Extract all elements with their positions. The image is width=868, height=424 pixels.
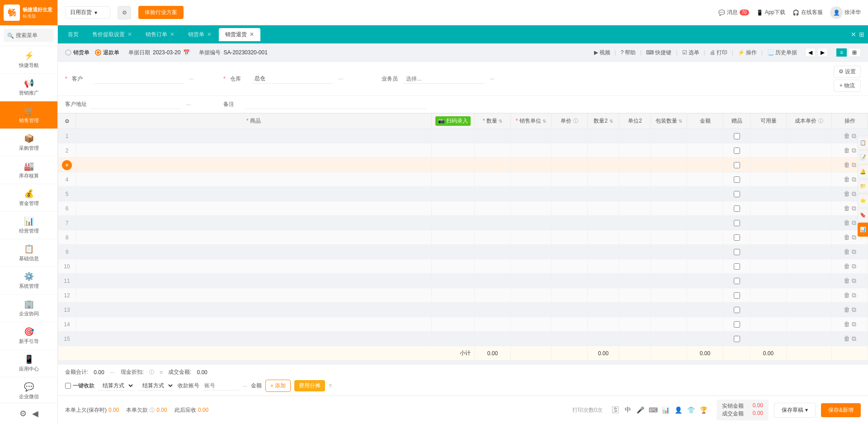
settings-button[interactable]: ⚙ 设置 bbox=[834, 66, 861, 78]
row-pkg[interactable] bbox=[651, 129, 687, 143]
copy-icon[interactable]: ⧉ bbox=[852, 306, 856, 314]
grid-view-btn[interactable]: ⊞ bbox=[848, 48, 861, 57]
row-cost[interactable] bbox=[787, 143, 832, 158]
toolbar-shortcut[interactable]: ⌨ 快捷键 bbox=[646, 49, 671, 57]
tab-order-close[interactable]: ✕ bbox=[170, 31, 175, 38]
row-available[interactable] bbox=[750, 129, 787, 143]
rfb-clipboard[interactable]: 📋 bbox=[858, 136, 868, 150]
row-qty[interactable] bbox=[475, 143, 511, 158]
sidebar-item-newbie[interactable]: 🎯 新手引导 bbox=[0, 322, 57, 350]
delete-icon[interactable]: 🗑 bbox=[844, 147, 850, 154]
row-pkg[interactable] bbox=[651, 158, 687, 172]
toolbar-action[interactable]: ⚡ 操作 bbox=[738, 49, 757, 57]
user-info[interactable]: 👤 徐泽华 bbox=[830, 6, 861, 19]
sidebar-item-operation[interactable]: 📊 经营管理 bbox=[0, 212, 57, 239]
breadcrumb-select[interactable]: 日用百货 ▾ bbox=[65, 6, 110, 19]
rfb-bookmark[interactable]: 🔖 bbox=[858, 208, 868, 222]
delete-icon[interactable]: 🗑 bbox=[844, 161, 850, 169]
icon-btn-7[interactable]: 👕 bbox=[686, 405, 697, 415]
gift-checkbox[interactable] bbox=[734, 148, 740, 154]
row-available[interactable] bbox=[750, 158, 787, 172]
header-settings-btn[interactable]: ⚙ bbox=[118, 6, 131, 19]
delete-icon[interactable]: 🗑 bbox=[844, 176, 850, 183]
add-row-button[interactable]: + bbox=[62, 160, 72, 170]
tab-return-close[interactable]: ✕ bbox=[250, 31, 254, 38]
next-btn[interactable]: ▶ bbox=[817, 48, 828, 57]
sidebar-item-marketing[interactable]: 📢 营销推广 bbox=[0, 74, 57, 101]
delete-icon[interactable]: 🗑 bbox=[844, 320, 850, 328]
copy-icon[interactable]: ⧉ bbox=[852, 205, 856, 212]
online-service-item[interactable]: 🎧 在线客服 bbox=[793, 9, 823, 16]
tab-sales-delivery[interactable]: 销货单 ✕ bbox=[182, 28, 218, 41]
copy-icon[interactable]: ⧉ bbox=[852, 262, 856, 270]
copy-icon[interactable]: ⧉ bbox=[852, 147, 856, 154]
delete-icon[interactable]: 🗑 bbox=[844, 291, 850, 299]
tab-price-close[interactable]: ✕ bbox=[127, 31, 132, 38]
warehouse-input[interactable] bbox=[252, 74, 333, 84]
account-input[interactable] bbox=[203, 381, 239, 391]
gift-checkbox[interactable] bbox=[734, 133, 740, 139]
icon-btn-4[interactable]: ⌨ bbox=[648, 405, 659, 415]
gift-checkbox[interactable] bbox=[734, 162, 740, 168]
delete-icon[interactable]: 🗑 bbox=[844, 190, 850, 198]
customer-input[interactable] bbox=[94, 74, 184, 84]
tab-sales-order[interactable]: 销售订单 ✕ bbox=[139, 28, 181, 41]
product-text-input[interactable] bbox=[80, 161, 428, 169]
scan-button[interactable]: 📷 扫码录入 bbox=[435, 116, 471, 126]
rfb-star[interactable]: ⭐ bbox=[858, 194, 868, 208]
sidebar-item-inventory[interactable]: 🏭 库存核算 bbox=[0, 157, 57, 184]
sidebar-item-wechat[interactable]: 💬 企业微信 bbox=[0, 377, 57, 403]
sidebar-item-system[interactable]: ⚙️ 系统管理 bbox=[0, 267, 57, 295]
row-unit[interactable] bbox=[511, 158, 552, 172]
gift-checkbox[interactable] bbox=[734, 234, 740, 241]
sidebar-collapse-btn[interactable]: ◀ bbox=[30, 407, 40, 420]
add-payment-button[interactable]: + 添加 bbox=[265, 380, 291, 392]
row-qty[interactable] bbox=[475, 129, 511, 143]
list-view-btn[interactable]: ≡ bbox=[836, 48, 847, 57]
row-price[interactable] bbox=[552, 158, 588, 172]
row-qty2[interactable] bbox=[588, 129, 619, 143]
row-qty2[interactable] bbox=[588, 158, 619, 172]
payment-select[interactable]: 结算方式 bbox=[138, 381, 174, 391]
maximize-btn[interactable]: ⊞ bbox=[859, 31, 864, 38]
icon-btn-3[interactable]: 🎤 bbox=[635, 405, 646, 415]
gift-checkbox[interactable] bbox=[734, 336, 740, 342]
toolbar-video[interactable]: ▶ 视频 bbox=[594, 49, 610, 57]
icon-btn-5[interactable]: 📊 bbox=[660, 405, 671, 415]
toolbar-help[interactable]: ? 帮助 bbox=[621, 49, 636, 57]
salesman-input[interactable] bbox=[403, 74, 485, 84]
sidebar-item-finance[interactable]: 💰 资金管理 bbox=[0, 184, 57, 212]
row-amount[interactable] bbox=[687, 129, 723, 143]
row-amount[interactable] bbox=[687, 143, 723, 158]
radio-refund[interactable]: 退款单 bbox=[95, 49, 119, 57]
tab-sales-return[interactable]: 销货退货 ✕ bbox=[219, 28, 260, 41]
pkg-sort-icon[interactable]: ⇅ bbox=[679, 119, 682, 124]
row-price[interactable] bbox=[552, 143, 588, 158]
sidebar-item-sales[interactable]: 🛒 销售管理 bbox=[0, 101, 57, 129]
rfb-note[interactable]: 📝 bbox=[858, 150, 868, 164]
copy-icon[interactable]: ⧉ bbox=[852, 320, 856, 328]
row-product[interactable] bbox=[76, 129, 432, 143]
expense-split-button[interactable]: 费用分摊 bbox=[294, 380, 325, 391]
copy-icon[interactable]: ⧉ bbox=[852, 219, 856, 227]
sidebar-item-quick-nav[interactable]: ⚡ 快捷导航 bbox=[0, 46, 57, 74]
logistics-button[interactable]: + 物流 bbox=[834, 80, 861, 92]
icon-btn-8[interactable]: 🏆 bbox=[698, 405, 709, 415]
delete-icon[interactable]: 🗑 bbox=[844, 132, 850, 140]
icon-btn-1[interactable]: 🇸 bbox=[610, 405, 621, 415]
save-draft-button[interactable]: 保存草稿 ▾ bbox=[774, 403, 816, 418]
copy-icon[interactable]: ⧉ bbox=[852, 291, 856, 299]
address-input[interactable] bbox=[90, 100, 181, 109]
delete-icon[interactable]: 🗑 bbox=[844, 335, 850, 343]
row-product[interactable] bbox=[76, 143, 432, 158]
message-item[interactable]: 💬 消息 70 bbox=[718, 9, 749, 16]
tab-delivery-close[interactable]: ✕ bbox=[207, 31, 212, 38]
row-unit2[interactable] bbox=[619, 143, 651, 158]
icon-btn-2[interactable]: 中 bbox=[623, 405, 633, 415]
row-unit[interactable] bbox=[511, 129, 552, 143]
gift-checkbox[interactable] bbox=[734, 292, 740, 299]
th-settings[interactable]: ⚙ bbox=[58, 114, 76, 129]
toolbar-select[interactable]: ☑ 选单 bbox=[682, 49, 699, 57]
delete-icon[interactable]: 🗑 bbox=[844, 233, 850, 241]
row-unit2[interactable] bbox=[619, 129, 651, 143]
